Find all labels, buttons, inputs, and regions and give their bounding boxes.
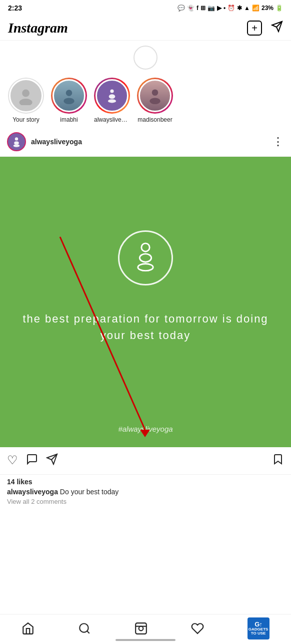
your-story-label: Your story — [12, 116, 40, 123]
post-yoga-icon — [118, 230, 173, 285]
fb-icon: f — [196, 5, 198, 12]
madisonbeer-avatar-wrapper — [137, 78, 173, 114]
post-actions: ♡ — [0, 447, 291, 475]
yt-icon: ▶ — [217, 5, 222, 12]
alwaysliveyoga-avatar-wrapper — [94, 78, 130, 114]
svg-point-4 — [110, 89, 114, 93]
insta-icon: 📷 — [208, 5, 215, 12]
svg-point-14 — [138, 264, 153, 271]
alwaysliveyoga-avatar — [96, 79, 128, 112]
wifi-icon: ▲ — [244, 5, 250, 12]
svg-point-8 — [150, 98, 160, 105]
story-item-your-story[interactable]: Your story — [8, 78, 44, 123]
bookmark-button[interactable] — [272, 453, 284, 468]
view-comments-link[interactable]: View all 2 comments — [7, 498, 284, 505]
nav-heart-button[interactable] — [191, 622, 204, 635]
add-post-button[interactable]: + — [247, 21, 262, 36]
battery-icon: 23% — [262, 5, 274, 12]
imabhi-label: imabhi — [60, 116, 78, 123]
post-actions-left: ♡ — [7, 453, 272, 468]
snap-icon: 👻 — [187, 5, 194, 12]
svg-line-18 — [87, 631, 90, 633]
svg-point-17 — [80, 623, 88, 632]
svg-point-3 — [64, 98, 74, 105]
svg-point-1 — [20, 99, 32, 105]
stories-section: Your story imabhi — [0, 41, 291, 127]
svg-point-11 — [14, 144, 20, 147]
post-username: alwaysliveyoga — [31, 138, 82, 146]
story-item-madisonbeer[interactable]: madisonbeer — [137, 78, 173, 123]
bluetooth-icon: ✱ — [237, 5, 242, 12]
instagram-logo: Instagram — [8, 20, 68, 36]
dot: • — [224, 5, 226, 12]
post-caption: alwaysliveyoga Do your best today — [7, 488, 284, 496]
post-hashtag: #alwaysliveyoga — [118, 425, 172, 433]
story-item-imabhi[interactable]: imabhi — [51, 78, 87, 123]
post-image: the best preparation for tomorrow is doi… — [0, 157, 291, 447]
post-header: alwaysliveyoga ⋮ — [0, 127, 291, 157]
post-quote: the best preparation for tomorrow is doi… — [15, 310, 276, 344]
svg-point-2 — [66, 90, 72, 96]
status-time: 2:23 — [8, 4, 22, 12]
nav-search-button[interactable] — [78, 622, 91, 635]
header-actions: + — [247, 21, 283, 36]
post-likes: 14 likes — [7, 478, 284, 486]
battery-symbol: 🔋 — [276, 5, 283, 12]
signal-icon: 📶 — [252, 5, 260, 12]
post-meta: 14 likes alwaysliveyoga Do your best tod… — [0, 475, 291, 508]
imabhi-avatar — [52, 79, 86, 112]
svg-point-20 — [139, 626, 144, 630]
post-user[interactable]: alwaysliveyoga — [7, 132, 82, 151]
status-bar: 2:23 💬 👻 f ⊞ 📷 ▶ • ⏰ ✱ ▲ 📶 23% 🔋 — [0, 0, 291, 16]
arrow-annotation — [0, 157, 291, 447]
post-avatar — [7, 132, 26, 151]
nav-gadgets-logo: G↑ GADGETS TO USE — [248, 617, 270, 639]
messages-button[interactable] — [271, 21, 283, 36]
caption-username: alwaysliveyoga — [7, 488, 58, 496]
svg-point-9 — [15, 137, 18, 140]
svg-point-5 — [109, 94, 116, 99]
svg-point-6 — [108, 99, 116, 103]
share-button[interactable] — [46, 453, 58, 468]
svg-point-7 — [152, 89, 158, 96]
app-header: Instagram + — [0, 16, 291, 41]
post-more-button[interactable]: ⋮ — [272, 135, 284, 148]
svg-point-12 — [142, 243, 150, 251]
alwaysliveyoga-label: alwaysliveyoga — [94, 116, 130, 123]
grid-icon: ⊞ — [200, 5, 206, 12]
story-item-alwaysliveyoga[interactable]: alwaysliveyoga — [94, 78, 130, 123]
msg-icon: 💬 — [178, 5, 185, 12]
svg-rect-19 — [136, 623, 146, 634]
status-icons: 💬 👻 f ⊞ 📷 ▶ • ⏰ ✱ ▲ 📶 23% 🔋 — [178, 5, 283, 12]
svg-point-13 — [140, 254, 151, 262]
nav-reels-button[interactable] — [134, 622, 148, 635]
imabhi-avatar-wrapper — [51, 78, 87, 114]
svg-point-10 — [14, 141, 19, 144]
your-story-avatar — [9, 79, 43, 113]
comment-button[interactable] — [26, 453, 38, 468]
nav-home-button[interactable] — [22, 622, 34, 635]
madisonbeer-avatar — [138, 79, 172, 112]
bottom-indicator — [116, 639, 176, 641]
stories-row: Your story imabhi — [0, 74, 291, 127]
stories-loading-indicator — [134, 46, 158, 70]
svg-point-0 — [22, 90, 30, 97]
madisonbeer-label: madisonbeer — [138, 116, 172, 123]
caption-body: Do your best today — [60, 488, 119, 496]
your-story-avatar-wrapper — [8, 78, 44, 114]
alarm-icon: ⏰ — [228, 5, 235, 12]
like-button[interactable]: ♡ — [7, 453, 18, 468]
